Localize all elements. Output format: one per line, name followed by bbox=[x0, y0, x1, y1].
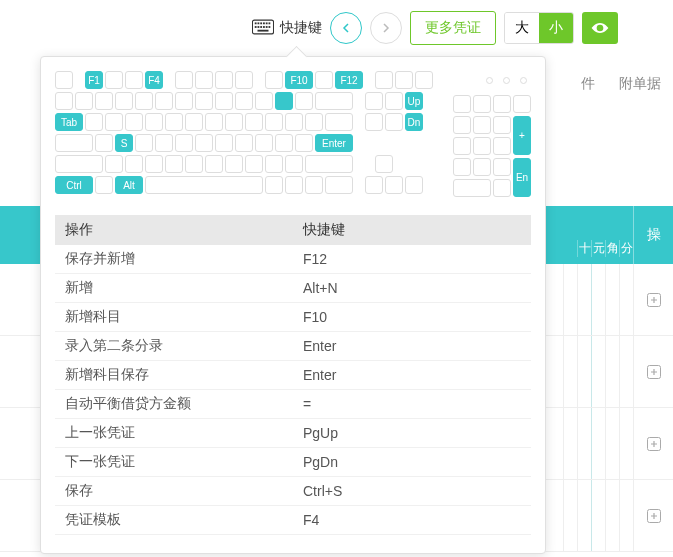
shortcut-action: 保存并新增 bbox=[55, 245, 293, 274]
add-row-button[interactable] bbox=[633, 480, 673, 552]
add-row-button[interactable] bbox=[633, 336, 673, 408]
key-f4: F4 bbox=[145, 71, 163, 89]
prev-button[interactable] bbox=[330, 12, 362, 44]
svg-rect-5 bbox=[266, 22, 268, 24]
svg-rect-6 bbox=[269, 22, 271, 24]
shortcut-key: PgDn bbox=[293, 448, 531, 477]
key-f12: F12 bbox=[335, 71, 363, 89]
zoom-group: 大 小 bbox=[504, 12, 574, 44]
col-yuan: 元 bbox=[591, 240, 605, 257]
shortcut-action: 上一张凭证 bbox=[55, 419, 293, 448]
svg-rect-10 bbox=[263, 26, 265, 28]
key-s: S bbox=[115, 134, 133, 152]
zoom-small[interactable]: 小 bbox=[539, 13, 573, 43]
svg-rect-11 bbox=[266, 26, 268, 28]
svg-rect-4 bbox=[263, 22, 265, 24]
shortcut-action: 新增 bbox=[55, 274, 293, 303]
attachment-label[interactable]: 附单据 bbox=[619, 75, 661, 93]
shortcuts-popover: F1 F4 F10 F12 Up Tab Dn bbox=[40, 56, 546, 554]
operation-header: 操 bbox=[633, 206, 673, 264]
shortcut-action: 保存 bbox=[55, 477, 293, 506]
shortcut-key: = bbox=[293, 390, 531, 419]
shortcut-keys-button[interactable]: 快捷键 bbox=[252, 19, 322, 38]
attachment-unit: 件 bbox=[581, 75, 595, 93]
shortcut-row: 保存并新增F12 bbox=[55, 245, 531, 274]
topbar: 快捷键 更多凭证 大 小 bbox=[0, 0, 673, 56]
shortcut-action: 新增科目 bbox=[55, 303, 293, 332]
action-header: 操作 bbox=[55, 215, 293, 245]
shortcut-row: 新增Alt+N bbox=[55, 274, 531, 303]
shortcut-row: 保存Ctrl+S bbox=[55, 477, 531, 506]
shortcut-row: 新增科目F10 bbox=[55, 303, 531, 332]
shortcut-key: PgUp bbox=[293, 419, 531, 448]
shortcut-row: 自动平衡借贷方金额= bbox=[55, 390, 531, 419]
col-fen: 分 bbox=[619, 240, 633, 257]
svg-rect-13 bbox=[258, 29, 269, 31]
svg-point-14 bbox=[598, 26, 601, 29]
svg-rect-8 bbox=[258, 26, 260, 28]
key-ctrl: Ctrl bbox=[55, 176, 93, 194]
shortcut-key: F4 bbox=[293, 506, 531, 535]
shortcut-row: 新增科目保存Enter bbox=[55, 361, 531, 390]
add-row-button[interactable] bbox=[633, 408, 673, 480]
col-ten: 十 bbox=[577, 240, 591, 257]
shortcut-action: 自动平衡借贷方金额 bbox=[55, 390, 293, 419]
next-button[interactable] bbox=[370, 12, 402, 44]
zoom-big[interactable]: 大 bbox=[505, 13, 539, 43]
shortcut-label: 快捷键 bbox=[280, 19, 322, 37]
shortcut-key: F10 bbox=[293, 303, 531, 332]
key-pgup: Up bbox=[405, 92, 423, 110]
shortcut-row: 上一张凭证PgUp bbox=[55, 419, 531, 448]
shortcut-action: 新增科目保存 bbox=[55, 361, 293, 390]
key-tab: Tab bbox=[55, 113, 83, 131]
keyboard-icon bbox=[252, 19, 274, 38]
svg-rect-9 bbox=[260, 26, 262, 28]
key-pgdn: Dn bbox=[405, 113, 423, 131]
shortcut-key: Enter bbox=[293, 332, 531, 361]
shortcut-action: 录入第二条分录 bbox=[55, 332, 293, 361]
shortcut-action: 下一张凭证 bbox=[55, 448, 293, 477]
svg-rect-3 bbox=[260, 22, 262, 24]
shortcut-key: F12 bbox=[293, 245, 531, 274]
shortcut-key: Ctrl+S bbox=[293, 477, 531, 506]
svg-rect-2 bbox=[258, 22, 260, 24]
col-jiao: 角 bbox=[605, 240, 619, 257]
shortcut-row: 录入第二条分录Enter bbox=[55, 332, 531, 361]
svg-rect-7 bbox=[255, 26, 257, 28]
shortcuts-table: 操作 快捷键 保存并新增F12新增Alt+N新增科目F10录入第二条分录Ente… bbox=[55, 215, 531, 535]
shortcut-key: Enter bbox=[293, 361, 531, 390]
keyboard-diagram: F1 F4 F10 F12 Up Tab Dn bbox=[55, 71, 531, 209]
svg-rect-12 bbox=[269, 26, 271, 28]
shortcut-row: 下一张凭证PgDn bbox=[55, 448, 531, 477]
shortcut-row: 凭证模板F4 bbox=[55, 506, 531, 535]
svg-rect-1 bbox=[255, 22, 257, 24]
key-f1: F1 bbox=[85, 71, 103, 89]
shortcut-key: Alt+N bbox=[293, 274, 531, 303]
key-enter: Enter bbox=[315, 134, 353, 152]
shortcut-action: 凭证模板 bbox=[55, 506, 293, 535]
key-header: 快捷键 bbox=[293, 215, 531, 245]
key-f10: F10 bbox=[285, 71, 313, 89]
preview-button[interactable] bbox=[582, 12, 618, 44]
add-row-button[interactable] bbox=[633, 264, 673, 336]
more-voucher-button[interactable]: 更多凭证 bbox=[410, 11, 496, 45]
key-alt: Alt bbox=[115, 176, 143, 194]
